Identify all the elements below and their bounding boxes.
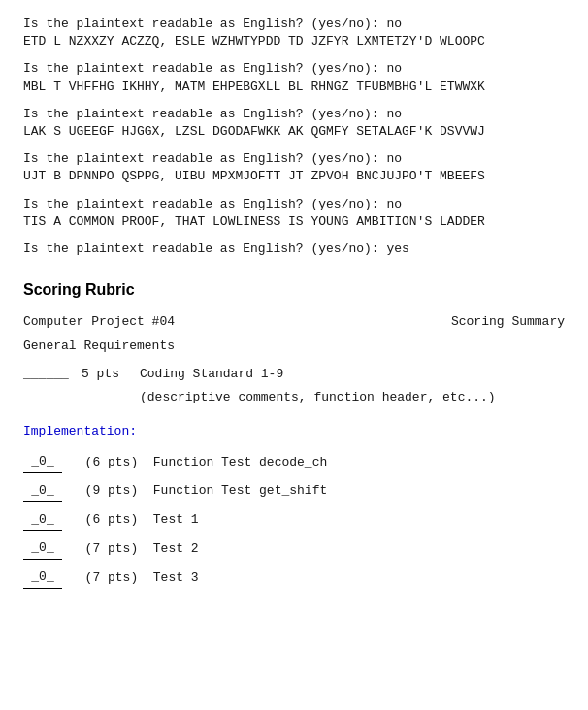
question-line-6: Is the plaintext readable as English? (y…: [23, 241, 565, 258]
coding-standard-row: ______ 5 pts Coding Standard 1-9: [23, 365, 565, 385]
impl-blank-2: _0_: [23, 481, 62, 502]
implementation-label: Implementation:: [23, 422, 565, 442]
answer-line-2: MBL T VHFFHG IKHHY, MATM EHPEBGXLL BL RH…: [23, 79, 565, 96]
coding-sub-desc: (descriptive comments, function header, …: [140, 388, 496, 408]
question-block-6: Is the plaintext readable as English? (y…: [23, 241, 565, 258]
impl-desc-5: Test 3: [138, 568, 198, 589]
question-block-3: Is the plaintext readable as English? (y…: [23, 106, 565, 141]
coding-desc: Coding Standard 1-9: [140, 365, 283, 385]
question-line-4: Is the plaintext readable as English? (y…: [23, 150, 565, 168]
question-line-5: Is the plaintext readable as English? (y…: [23, 196, 565, 213]
answer-line-1: ETD L NZXXZY ACZZQ, ESLE WZHWTYPDD TD JZ…: [23, 33, 565, 50]
impl-desc-2: Function Test get_shift: [138, 481, 327, 501]
question-line-1: Is the plaintext readable as English? (y…: [23, 16, 565, 33]
impl-blank-1: _0_: [23, 452, 62, 473]
impl-row-4: _0_ (7 pts) Test 2: [23, 538, 565, 560]
impl-pts-4: (7 pts): [70, 539, 138, 560]
summary-label: Scoring Summary: [451, 312, 565, 333]
coding-standard-sub-row: (descriptive comments, function header, …: [23, 388, 565, 408]
impl-row-5: _0_ (7 pts) Test 3: [23, 567, 565, 589]
coding-blank: ______: [23, 365, 82, 385]
question-block-1: Is the plaintext readable as English? (y…: [23, 16, 565, 50]
impl-pts-2: (9 pts): [70, 481, 138, 501]
answer-line-3: LAK S UGEEGF HJGGX, LZSL DGODAFWKK AK QG…: [23, 123, 565, 141]
question-block-2: Is the plaintext readable as English? (y…: [23, 60, 565, 95]
scoring-rubric-title: Scoring Rubric: [23, 281, 565, 299]
question-block-5: Is the plaintext readable as English? (y…: [23, 196, 565, 231]
answer-line-4: UJT B DPNNPO QSPPG, UIBU MPXMJOFTT JT ZP…: [23, 168, 565, 185]
coding-pts: 5 pts: [82, 365, 140, 385]
impl-row-3: _0_ (6 pts) Test 1: [23, 510, 565, 532]
impl-desc-1: Function Test decode_ch: [138, 453, 327, 473]
question-line-3: Is the plaintext readable as English? (y…: [23, 106, 565, 123]
impl-pts-3: (6 pts): [70, 510, 138, 531]
answer-line-5: TIS A COMMON PROOF, THAT LOWLINESS IS YO…: [23, 213, 565, 231]
impl-row-2: _0_ (9 pts) Function Test get_shift: [23, 481, 565, 502]
question-block-4: Is the plaintext readable as English? (y…: [23, 150, 565, 185]
impl-blank-4: _0_: [23, 538, 62, 560]
general-requirements: General Requirements: [23, 337, 565, 357]
project-label: Computer Project #04: [23, 312, 175, 333]
impl-blank-5: _0_: [23, 567, 62, 589]
impl-row-1: _0_ (6 pts) Function Test decode_ch: [23, 452, 565, 473]
general-req-label: General Requirements: [23, 339, 175, 353]
impl-pts-5: (7 pts): [70, 568, 138, 589]
impl-desc-3: Test 1: [138, 510, 198, 531]
question-line-2: Is the plaintext readable as English? (y…: [23, 60, 565, 78]
impl-blank-3: _0_: [23, 510, 62, 532]
impl-desc-4: Test 2: [138, 539, 198, 560]
scoring-table: Computer Project #04 Scoring Summary Gen…: [23, 312, 565, 589]
impl-pts-1: (6 pts): [70, 453, 138, 473]
scoring-header-row: Computer Project #04 Scoring Summary: [23, 312, 565, 333]
